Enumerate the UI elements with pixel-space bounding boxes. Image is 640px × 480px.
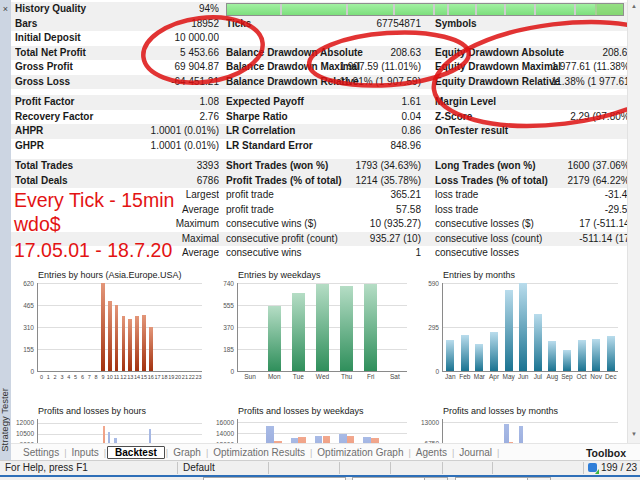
- y-tick-label: 16000: [216, 419, 234, 426]
- report-cell: 17 (-511.14): [509, 217, 627, 232]
- charts-grid: Entries by hours (Asia.Europe.USA)620465…: [11, 270, 627, 443]
- tab-optimization-results[interactable]: Optimization Results: [209, 447, 309, 458]
- chart-entries-by-months: Entries by months5902950JanFebMarAprMayJ…: [416, 270, 627, 382]
- report-cell: 10 000.00: [109, 31, 219, 46]
- report-cell: -511.14 (17): [509, 232, 627, 247]
- tab-inputs[interactable]: Inputs: [67, 447, 102, 458]
- gridline: [38, 305, 202, 306]
- y-tick-label: 12000: [16, 419, 34, 426]
- y-tick-label: 185: [223, 346, 234, 353]
- date-strip: Date: Custom period▾ 2017.07.20 ▦▾ 2018.…: [0, 477, 640, 480]
- x-tick-label: 9: [100, 373, 107, 381]
- bar: [504, 424, 509, 443]
- status-separator: [442, 462, 443, 474]
- x-tick-label: May: [501, 373, 516, 381]
- report-cell: -64 451.21: [109, 75, 219, 90]
- tab-backtest[interactable]: Backtest: [107, 446, 165, 459]
- report-cell: 1214 (35.78%): [309, 174, 421, 189]
- chart-title: Entries by months: [443, 270, 627, 281]
- report-cell: 0: [509, 124, 627, 139]
- bar: [135, 316, 139, 371]
- report-row: Total Net Profit5 453.66Balance Drawdown…: [11, 46, 627, 61]
- date-to-field[interactable]: 2018.01.21: [455, 477, 530, 480]
- x-tick-label: 18: [161, 373, 168, 381]
- x-tick-label: 4: [65, 373, 72, 381]
- status-separator: [177, 462, 178, 474]
- report-cell: 3393: [109, 159, 219, 174]
- bar: [347, 436, 355, 443]
- backtest-report-panel: History Quality94%Bars18952Ticks67754871…: [11, 0, 627, 443]
- x-tick-label: 19: [168, 373, 175, 381]
- tab-optimization-graph[interactable]: Optimization Graph: [313, 447, 407, 458]
- report-cell: 848.96: [309, 139, 421, 154]
- tab-agents[interactable]: Agents: [412, 447, 451, 458]
- report-cell: 0.86: [309, 124, 421, 139]
- x-tick-label: Thu: [335, 373, 359, 381]
- bar: [315, 436, 323, 443]
- calendar-icon[interactable]: ▦▾: [527, 477, 551, 480]
- vertical-scrollbar[interactable]: ▲ ▼: [627, 0, 640, 443]
- annotation-text-3: 17.05.01 - 18.7.20: [14, 240, 172, 261]
- y-tick-label: 555: [223, 302, 234, 309]
- gridline: [38, 423, 202, 424]
- x-tick-label: Nov: [589, 373, 604, 381]
- bar: [316, 284, 329, 371]
- x-tick-label: Tue: [286, 373, 310, 381]
- bar: [108, 301, 112, 371]
- date-from-field[interactable]: 2017.07.20: [352, 477, 427, 480]
- scroll-up-icon[interactable]: ▲: [628, 0, 640, 13]
- bar: [292, 293, 305, 372]
- status-separator: [268, 462, 269, 474]
- report-row: Bars18952Ticks67754871Symbols1: [11, 17, 627, 32]
- date-label: Date:: [140, 477, 163, 480]
- x-tick-label: 20: [175, 373, 182, 381]
- x-tick-label: 5: [72, 373, 79, 381]
- bar: [115, 305, 119, 371]
- report-row: GHPR1.0001 (0.01%)LR Standard Error848.9…: [11, 139, 627, 154]
- calendar-icon[interactable]: ▦▾: [424, 477, 448, 480]
- bar: [323, 436, 331, 443]
- report-cell: 1793 (34.63%): [309, 159, 421, 174]
- bar: [142, 315, 146, 371]
- x-tick-label: 2: [52, 373, 59, 381]
- report-cell: 1 907.59 (11.01%): [309, 60, 421, 75]
- tab-settings[interactable]: Settings: [19, 447, 63, 458]
- bar: [519, 283, 527, 371]
- bar: [122, 316, 126, 371]
- report-cell: 11.01% (1 907.59): [309, 75, 421, 90]
- x-tick-label: 11: [113, 373, 120, 381]
- gridline: [238, 433, 407, 434]
- gridline: [443, 327, 618, 328]
- report-row: Recovery Factor2.76Sharpe Ratio0.04Z-Sco…: [11, 110, 627, 125]
- gridline: [38, 327, 202, 328]
- tab-graph[interactable]: Graph: [169, 447, 205, 458]
- report-cell: 208.63: [309, 46, 421, 61]
- x-tick-label: 0: [38, 373, 45, 381]
- close-icon[interactable]: ×: [0, 4, 11, 15]
- status-help-text: For Help, press F1: [5, 461, 88, 474]
- y-tick-label: 0: [435, 368, 439, 375]
- y-tick-label: 310: [23, 324, 34, 331]
- tab-journal[interactable]: Journal: [455, 447, 496, 458]
- y-tick-label: 14000: [216, 430, 234, 437]
- report-cell: -31.47: [509, 188, 627, 203]
- x-tick-label: Feb: [458, 373, 473, 381]
- x-tick-label: Dec: [603, 373, 618, 381]
- report-row: Total Deals6786Profit Trades (% of total…: [11, 174, 627, 189]
- report-cell: 1 977.61 (11.38%): [509, 60, 627, 75]
- period-select[interactable]: Custom period▾: [203, 477, 346, 480]
- report-cell: 1.0001 (0.01%): [109, 124, 219, 139]
- scroll-down-icon[interactable]: ▼: [628, 428, 640, 441]
- report-cell: 1.61: [309, 95, 421, 110]
- y-tick-label: 590: [428, 280, 439, 287]
- x-tick-label: Wed: [310, 373, 334, 381]
- status-separator: [583, 462, 584, 474]
- bar: [149, 429, 151, 443]
- gridline: [443, 422, 618, 423]
- x-tick-label: Jul: [531, 373, 546, 381]
- x-tick-label: Sun: [238, 373, 262, 381]
- report-cell: Maximum: [109, 217, 219, 232]
- bar: [461, 335, 469, 371]
- report-cell: 365.21: [309, 188, 421, 203]
- bar: [578, 340, 586, 371]
